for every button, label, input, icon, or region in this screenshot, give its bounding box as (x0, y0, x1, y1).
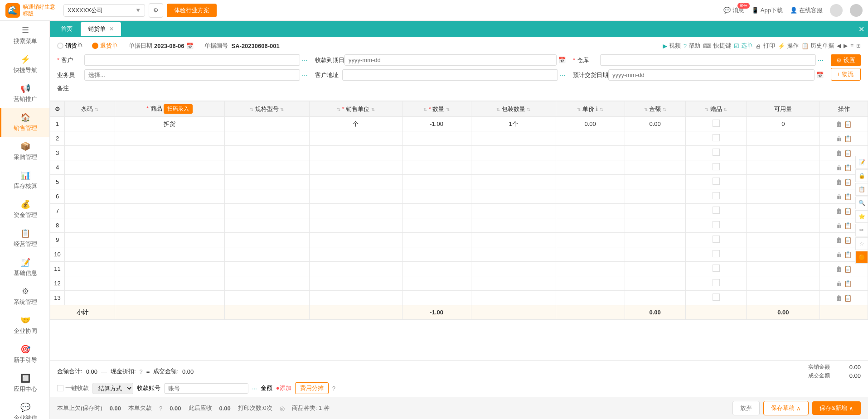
r4-gift-checkbox[interactable] (713, 163, 720, 170)
settings-gear-btn[interactable]: ⚙ (149, 3, 163, 18)
r13-copy[interactable]: 📋 (844, 294, 852, 302)
r7-delete[interactable]: 🗑 (836, 207, 842, 215)
sort-pack-icon[interactable]: ⇅ (496, 107, 500, 112)
sort-spec-icon[interactable]: ⇅ (250, 107, 253, 112)
online-service-btn[interactable]: 👤 在线客服 (790, 6, 823, 14)
r2-spec[interactable] (224, 131, 309, 146)
row1-delete-btn[interactable]: 🗑 (836, 120, 842, 128)
customer-ellipsis-btn[interactable]: ··· (302, 56, 308, 64)
sidebar-item-marketing[interactable]: 📢 营销推广 (0, 79, 49, 108)
tab-sales-order[interactable]: 销货单 ✕ (81, 22, 121, 36)
sidebar-item-basic[interactable]: 📝 基础信息 (0, 253, 49, 282)
sidebar-item-shortcut[interactable]: ⚡ 快捷导航 (0, 50, 49, 79)
sort-unit-icon[interactable]: ⇅ (337, 107, 340, 112)
r10-gift-checkbox[interactable] (713, 250, 720, 257)
add-btn[interactable]: ●添加 (276, 384, 291, 392)
operate-btn[interactable]: ⚡ 操作 (778, 42, 799, 50)
sort-spec-icon2[interactable]: ⇅ (280, 107, 284, 112)
float-btn-2[interactable]: 🔒 (855, 169, 868, 182)
print-btn[interactable]: 🖨 打印 (756, 42, 775, 50)
r2-unit[interactable] (309, 131, 402, 146)
fee-info-icon[interactable]: ? (332, 385, 335, 392)
close-window-icon[interactable]: ✕ (858, 25, 864, 34)
row1-gift[interactable] (685, 117, 746, 131)
r2-gift-checkbox[interactable] (713, 134, 720, 141)
row1-spec[interactable] (224, 117, 309, 131)
one-click-payment-btn[interactable]: 一键收款 (57, 384, 89, 392)
r5-copy[interactable]: 📋 (844, 178, 852, 186)
sidebar-item-apps[interactable]: 🔲 应用中心 (0, 369, 49, 398)
shortcut-key-btn[interactable]: ⌨ 快捷键 (703, 42, 731, 50)
sort-qty-icon2[interactable]: ⇅ (446, 107, 450, 112)
row1-product[interactable]: 拆货 (115, 117, 224, 131)
row1-amount[interactable]: 0.00 (625, 117, 685, 131)
calc-method-select[interactable]: 结算方式 (92, 383, 133, 394)
fee-split-btn[interactable]: 费用分摊 (295, 382, 329, 394)
expected-calendar-icon[interactable]: 📅 (816, 72, 824, 78)
r2-gift[interactable] (685, 131, 746, 146)
customer-input[interactable] (84, 54, 300, 66)
r13-delete[interactable]: 🗑 (836, 294, 842, 302)
ellipsis-btn[interactable]: ··· (252, 385, 257, 392)
sort-barcode-icon[interactable]: ⇅ (95, 107, 98, 112)
sort-amount-icon[interactable]: ⇅ (644, 107, 648, 112)
sort-price-icon[interactable]: ⇅ (577, 107, 581, 112)
r6-gift-checkbox[interactable] (713, 192, 720, 199)
r2-amount[interactable] (625, 131, 685, 146)
r12-gift-checkbox[interactable] (713, 279, 720, 286)
discount-info-icon[interactable]: ? (140, 368, 143, 375)
sort-gift-icon[interactable]: ⇅ (705, 107, 708, 112)
addr-ellipsis-btn[interactable]: ··· (560, 71, 566, 79)
r10-copy[interactable]: 📋 (844, 251, 852, 258)
customer-addr-input[interactable] (342, 69, 558, 81)
user-avatar[interactable] (830, 4, 843, 17)
r2-copy[interactable]: 📋 (844, 135, 852, 142)
user-avatar2[interactable] (850, 4, 863, 17)
nav-prev-btn[interactable]: ◀ (837, 43, 841, 49)
payment-date-input[interactable] (344, 54, 557, 66)
warehouse-input[interactable]: 建材仓 (600, 54, 816, 66)
tab-home[interactable]: 首页 (53, 22, 80, 36)
sidebar-item-search[interactable]: ☰ 搜索菜单 (0, 21, 49, 50)
r2-pack[interactable] (471, 131, 556, 146)
r2-barcode[interactable] (65, 131, 115, 146)
salesperson-ellipsis-btn[interactable]: ··· (302, 71, 308, 79)
r3-copy[interactable]: 📋 (844, 149, 852, 157)
sort-amount-icon2[interactable]: ⇅ (663, 107, 666, 112)
nav-next-btn[interactable]: ▶ (844, 43, 848, 49)
sidebar-item-system[interactable]: ⚙ 系统管理 (0, 282, 49, 311)
r10-delete[interactable]: 🗑 (836, 251, 842, 258)
float-btn-8[interactable]: 🟠 (855, 251, 868, 264)
expected-date-input[interactable] (608, 69, 815, 81)
radio-sales[interactable]: 销货单 (57, 42, 83, 50)
sort-price-icon2[interactable]: ⇅ (600, 107, 603, 112)
save-new-btn[interactable]: 保存&新增 ∧ (812, 401, 861, 415)
r9-gift-checkbox[interactable] (713, 236, 720, 243)
select-order-btn[interactable]: ☑ 选单 (734, 42, 753, 50)
sidebar-item-inventory[interactable]: 📊 库存核算 (0, 166, 49, 195)
r8-gift-checkbox[interactable] (713, 221, 720, 228)
sort-unit-icon2[interactable]: ⇅ (371, 107, 375, 112)
sidebar-item-sales[interactable]: 🏠 销售管理 (0, 108, 49, 137)
r5-delete[interactable]: 🗑 (836, 178, 842, 186)
view-grid-btn[interactable]: ⊞ (856, 43, 861, 49)
r11-gift-checkbox[interactable] (713, 265, 720, 272)
row1-pack-qty[interactable]: 1个 (471, 117, 556, 131)
r9-copy[interactable]: 📋 (844, 236, 852, 244)
trial-btn[interactable]: 体验行业方案 (167, 4, 217, 17)
sidebar-item-operations[interactable]: 📋 经营管理 (0, 224, 49, 253)
save-draft-btn[interactable]: 保存草稿 ∧ (763, 401, 809, 415)
float-btn-3[interactable]: 📋 (855, 183, 868, 196)
radio-return[interactable]: 退货单 (92, 42, 118, 50)
r5-gift-checkbox[interactable] (713, 178, 720, 185)
r11-copy[interactable]: 📋 (844, 265, 852, 273)
r6-copy[interactable]: 📋 (844, 193, 852, 200)
sidebar-item-guide[interactable]: 🎯 新手引导 (0, 340, 49, 369)
settings-btn[interactable]: ⚙ 设置 (831, 54, 861, 66)
r4-copy[interactable]: 📋 (844, 164, 852, 171)
row1-gift-checkbox[interactable] (713, 120, 720, 127)
sidebar-item-finance[interactable]: 💰 资金管理 (0, 195, 49, 224)
r2-qty[interactable] (402, 131, 471, 146)
sidebar-item-wechat[interactable]: 💬 企业微信 (0, 398, 49, 419)
scan-btn[interactable]: 扫码录入 (164, 104, 193, 114)
